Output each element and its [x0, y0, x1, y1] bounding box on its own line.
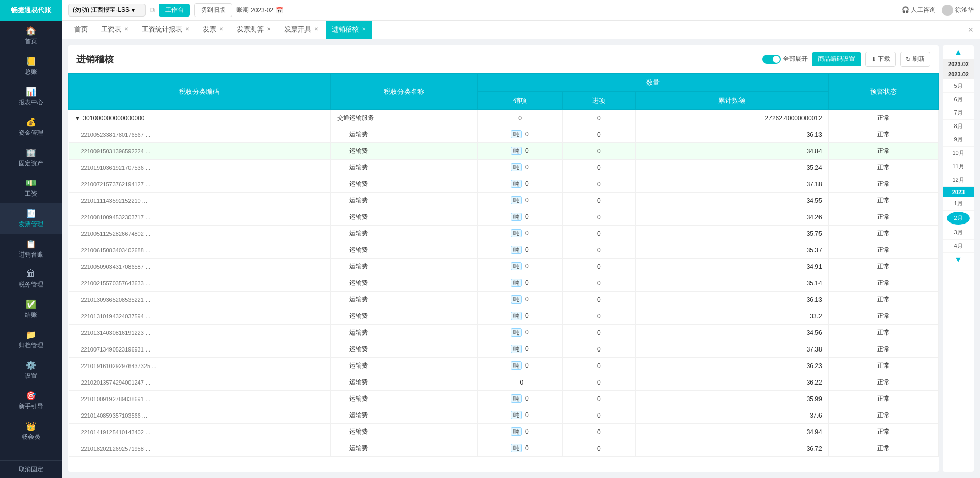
table-row[interactable]: 2210071349052319693​1 ... 运输费 吨 0 0 37.3… [69, 341, 939, 358]
sidebar-item-salary[interactable]: 💵 工资 [0, 173, 62, 203]
table-row[interactable]: ▼301000000000000000 交通运输服务 0 0 27262.400… [69, 110, 939, 126]
table-row[interactable]: 2210021557035764363​3 ... 运输费 吨 0 0 35.1… [69, 275, 939, 292]
table-row[interactable]: 2210072157376219412​7 ... 运输费 吨 0 0 37.1… [69, 176, 939, 193]
sidebar-item-invoice[interactable]: 🧾 发票管理 [0, 203, 62, 234]
tax-name-cell: 运输费 [330, 358, 477, 374]
calendar-year-2023-02-bot[interactable]: 2023.02 [943, 69, 974, 79]
assets-icon: 🏢 [26, 148, 36, 157]
settings-btn[interactable]: 商品编码设置 [812, 52, 861, 66]
sidebar-item-label: 发票管理 [19, 220, 43, 229]
sidebar-item-settle[interactable]: ✅ 结账 [0, 294, 62, 325]
tax-name-cell: 运输费 [330, 209, 477, 226]
table-row[interactable]: 2210130936520853522​1 ... 运输费 吨 0 0 36.1… [69, 292, 939, 308]
sale-cell: 吨 0 [477, 424, 562, 440]
calendar-month-4[interactable]: 4月 [943, 240, 974, 253]
calendar-month-10[interactable]: 10月 [943, 147, 974, 160]
calendar-month-6[interactable]: 6月 [943, 93, 974, 106]
sidebar-item-ledger[interactable]: 📒 总账 [0, 51, 62, 82]
sidebar-item-purchase[interactable]: 📋 进销台账 [0, 234, 62, 264]
table-row[interactable]: 2210100919278983869​1 ... 运输费 吨 0 0 35.9… [69, 391, 939, 407]
tab-close-invoice-open[interactable]: ✕ [314, 26, 318, 32]
calendar-month-5[interactable]: 5月 [943, 79, 974, 93]
workbench-button[interactable]: 工作台 [159, 4, 190, 17]
table-row[interactable]: 2210201357429400124​7 ... 运输费 0 0 36.22 … [69, 374, 939, 391]
tab-invoice-open[interactable]: 发票开具 ✕ [278, 21, 325, 39]
download-btn[interactable]: ⬇ 下载 [865, 52, 896, 67]
tab-close-invoice-calc[interactable]: ✕ [267, 26, 271, 32]
period-value: 2023-02 [251, 7, 274, 14]
calendar-scroll-up[interactable]: ▲ [943, 45, 974, 59]
sidebar-item-settings[interactable]: ⚙️ 设置 [0, 355, 62, 386]
table-row[interactable]: 2210061508340340268​8 ... 运输费 吨 0 0 35.3… [69, 242, 939, 259]
tax-name-cell: 交通运输服务 [330, 110, 477, 126]
close-all-tabs-button[interactable]: ✕ [968, 26, 974, 34]
sale-cell: 0 [477, 374, 562, 391]
table-row[interactable]: 2210051125282667480​2 ... 运输费 吨 0 0 35.7… [69, 226, 939, 242]
company-selector[interactable]: (勿动) 江西报宝-LSS ▾ [68, 4, 146, 17]
table-row[interactable]: 2210111143592152210 ... 运输费 吨 0 0 34.55 … [69, 193, 939, 209]
table-row[interactable]: 2210182021269257195​8 ... 运输费 吨 0 0 36.7… [69, 440, 939, 457]
calendar-month-3[interactable]: 3月 [943, 226, 974, 240]
table-row[interactable]: 2210131019432403759​4 ... 运输费 吨 0 0 33.2… [69, 308, 939, 325]
calendar-year-current[interactable]: 2023 [943, 187, 974, 197]
tab-invoice[interactable]: 发票 ✕ [197, 21, 230, 39]
user-menu[interactable]: 徐涩华 [942, 5, 974, 16]
copy-icon[interactable]: ⧉ [150, 6, 155, 14]
pin-toggle[interactable]: 取消固定 [0, 460, 62, 478]
status-cell: 正常 [828, 391, 938, 407]
table-row[interactable]: 2210191036192170753​6 ... 运输费 吨 0 0 35.2… [69, 160, 939, 176]
table-row[interactable]: 2210050903431708658​7 ... 运输费 吨 0 0 34.9… [69, 259, 939, 275]
tab-close-salary-table[interactable]: ✕ [124, 26, 128, 32]
refresh-btn[interactable]: ↻ 刷新 [900, 52, 930, 67]
tab-close-reconcile[interactable]: ✕ [362, 26, 366, 32]
calendar-scroll-down[interactable]: ▼ [943, 253, 974, 266]
switch-old-button[interactable]: 切到旧版 [194, 3, 232, 17]
table-row[interactable]: 2210052338178017656​7 ... 运输费 吨 0 0 36.1… [69, 126, 939, 143]
calendar-icon[interactable]: 📅 [276, 7, 283, 14]
status-cell: 正常 [828, 242, 938, 259]
purchase-cell: 0 [563, 110, 635, 126]
sidebar-item-assets[interactable]: 🏢 固定资产 [0, 142, 62, 173]
calendar-month-9[interactable]: 9月 [943, 133, 974, 147]
sidebar-item-member[interactable]: 👑 畅会员 [0, 416, 62, 447]
tab-salary-stats[interactable]: 工资统计报表 ✕ [136, 21, 196, 39]
calendar-month-8[interactable]: 8月 [943, 120, 974, 133]
sidebar-item-funds[interactable]: 💰 资金管理 [0, 112, 62, 142]
tab-salary-table[interactable]: 工资表 ✕ [95, 21, 135, 39]
table-row[interactable]: 2210191610292976437​325 ... 运输费 吨 0 0 36… [69, 358, 939, 374]
tax-code-cell: 2210061508340340268​8 ... [69, 242, 331, 259]
support-link[interactable]: 🎧 人工咨询 [902, 6, 936, 14]
tab-home[interactable]: 首页 [68, 21, 94, 39]
sidebar-item-tax[interactable]: 🏛 税务管理 [0, 264, 62, 294]
table-row[interactable]: 2210140859357103566​ ... 运输费 吨 0 0 37.6 … [69, 407, 939, 424]
tab-close-invoice[interactable]: ✕ [219, 26, 223, 32]
tab-close-salary-stats[interactable]: ✕ [185, 26, 189, 32]
table-row[interactable]: 2210081009453230371​7 ... 运输费 吨 0 0 34.2… [69, 209, 939, 226]
tax-name-cell: 运输费 [330, 440, 477, 457]
calendar-year-2023-02-top[interactable]: 2023.02 [943, 59, 974, 69]
sidebar-item-home[interactable]: 🏠 首页 [0, 21, 62, 51]
calendar-month-11[interactable]: 11月 [943, 160, 974, 173]
table-row[interactable]: 2210141912541014340​2 ... 运输费 吨 0 0 34.9… [69, 424, 939, 440]
table-row[interactable]: 2210091503139659222​4 ... 运输费 吨 0 0 34.8… [69, 143, 939, 160]
table-row[interactable]: 2210131403081619122​3 ... 运输费 吨 0 0 34.5… [69, 325, 939, 341]
sale-cell: 吨 0 [477, 407, 562, 424]
calendar-month-7[interactable]: 7月 [943, 106, 974, 120]
sidebar-item-archive[interactable]: 📁 归档管理 [0, 325, 62, 355]
calendar-month-2-active[interactable]: 2月 [947, 212, 970, 225]
sale-cell: 吨 0 [477, 391, 562, 407]
toggle-switch[interactable] [762, 55, 781, 64]
purchase-cell: 0 [563, 292, 635, 308]
calendar-month-12[interactable]: 12月 [943, 173, 974, 187]
tab-invoice-calc[interactable]: 发票测算 ✕ [231, 21, 277, 39]
calendar-month-1[interactable]: 1月 [943, 197, 974, 211]
sale-cell: 吨 0 [477, 259, 562, 275]
sidebar-item-label: 固定资产 [19, 159, 43, 168]
sidebar-item-reports[interactable]: 📊 报表中心 [0, 82, 62, 112]
sidebar-item-guide[interactable]: 🎯 新手引导 [0, 386, 62, 416]
page-title: 进销稽核 [76, 53, 114, 66]
purchase-cell: 0 [563, 374, 635, 391]
status-cell: 正常 [828, 358, 938, 374]
toggle-expand[interactable]: 全部展开 [762, 55, 808, 64]
tab-reconcile[interactable]: 进销稽核 ✕ [326, 21, 372, 39]
